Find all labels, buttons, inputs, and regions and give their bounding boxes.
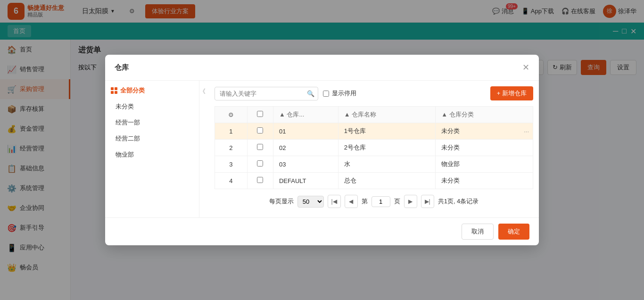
cat-item-property[interactable]: 物业部 xyxy=(111,147,193,163)
row-actions-menu[interactable]: ··· xyxy=(524,128,529,135)
table-row[interactable]: 1 01 1号仓库 未分类··· xyxy=(215,123,533,140)
table-toolbar: 🔍 显示停用 + 新增仓库 xyxy=(215,86,533,100)
th-num: ⚙ xyxy=(215,107,248,123)
cell-check[interactable] xyxy=(247,173,273,189)
page-number-input[interactable] xyxy=(372,196,390,207)
table-row[interactable]: 4 DEFAULT 总仓 未分类 xyxy=(215,173,533,189)
search-wrap: 🔍 xyxy=(215,87,318,100)
table-row[interactable]: 2 02 2号仓库 未分类 xyxy=(215,140,533,156)
collapse-panel-btn[interactable]: 《 xyxy=(199,81,209,217)
cell-code: 03 xyxy=(273,156,338,173)
cell-name: 总仓 xyxy=(338,173,436,189)
th-code[interactable]: ▲ 仓库... xyxy=(273,107,338,123)
category-panel: 全部分类 未分类 经营一部 经营二部 物业部 xyxy=(105,81,199,217)
confirm-btn[interactable]: 确定 xyxy=(498,224,529,240)
cell-num: 1 xyxy=(215,123,248,140)
th-name[interactable]: ▲ 仓库名称 xyxy=(338,107,436,123)
th-check xyxy=(247,107,273,123)
search-icon[interactable]: 🔍 xyxy=(307,90,314,97)
show-disabled-checkbox[interactable] xyxy=(323,91,329,97)
modal-footer: 取消 确定 xyxy=(105,217,539,245)
next-page-btn[interactable]: ▶ xyxy=(404,195,417,208)
last-page-btn[interactable]: ▶| xyxy=(421,195,434,208)
table-panel: 🔍 显示停用 + 新增仓库 ⚙ xyxy=(209,81,539,217)
cell-code: 01 xyxy=(273,123,338,140)
cell-category: 未分类 xyxy=(436,140,533,156)
per-page-select[interactable]: 50 100 xyxy=(297,196,324,208)
cell-category: 物业部 xyxy=(436,156,533,173)
all-categories-btn[interactable]: 全部分类 xyxy=(111,86,193,95)
warehouse-modal: 仓库 ✕ 全部分类 未分类 经营一部 经营二部 xyxy=(105,55,539,245)
cell-check[interactable] xyxy=(247,140,273,156)
modal-overlay: 仓库 ✕ 全部分类 未分类 经营一部 经营二部 xyxy=(0,0,644,300)
sort-icon: ▲ xyxy=(279,111,285,118)
cancel-btn[interactable]: 取消 xyxy=(462,224,494,240)
th-category[interactable]: ▲ 仓库分类 xyxy=(436,107,533,123)
modal-title: 仓库 xyxy=(115,63,129,72)
cell-code: DEFAULT xyxy=(273,173,338,189)
pagination: 每页显示 50 100 |◀ ◀ 第 页 ▶ ▶| 共1页, 4条记录 xyxy=(215,189,533,212)
cell-num: 4 xyxy=(215,173,248,189)
cell-code: 02 xyxy=(273,140,338,156)
chevron-left-icon: 《 xyxy=(199,87,206,96)
cat-item-ops2[interactable]: 经营二部 xyxy=(111,131,193,147)
modal-body: 全部分类 未分类 经营一部 经营二部 物业部 《 🔍 xyxy=(105,81,539,217)
cell-num: 2 xyxy=(215,140,248,156)
search-input[interactable] xyxy=(215,87,318,100)
cell-category: 未分类··· xyxy=(436,123,533,140)
modal-close-btn[interactable]: ✕ xyxy=(522,62,529,73)
cell-name: 1号仓库 xyxy=(338,123,436,140)
cell-category: 未分类 xyxy=(436,173,533,189)
category-list: 未分类 经营一部 经营二部 物业部 xyxy=(111,99,193,163)
select-all-checkbox[interactable] xyxy=(257,111,263,117)
sort-icon-name: ▲ xyxy=(344,111,350,118)
warehouse-table: ⚙ ▲ 仓库... ▲ 仓库名称 xyxy=(215,106,533,189)
grid-icon xyxy=(111,87,117,94)
cell-num: 3 xyxy=(215,156,248,173)
show-disabled-label[interactable]: 显示停用 xyxy=(323,89,356,98)
cell-name: 水 xyxy=(338,156,436,173)
cell-check[interactable] xyxy=(247,123,273,140)
modal-header: 仓库 ✕ xyxy=(105,55,539,81)
cat-item-ops1[interactable]: 经营一部 xyxy=(111,115,193,131)
prev-page-btn[interactable]: ◀ xyxy=(345,195,358,208)
first-page-btn[interactable]: |◀ xyxy=(328,195,341,208)
sort-icon-cat: ▲ xyxy=(441,111,447,118)
cell-check[interactable] xyxy=(247,156,273,173)
cat-item-unclassified[interactable]: 未分类 xyxy=(111,99,193,115)
cell-name: 2号仓库 xyxy=(338,140,436,156)
add-warehouse-btn[interactable]: + 新增仓库 xyxy=(490,86,533,100)
table-row[interactable]: 3 03 水 物业部 xyxy=(215,156,533,173)
